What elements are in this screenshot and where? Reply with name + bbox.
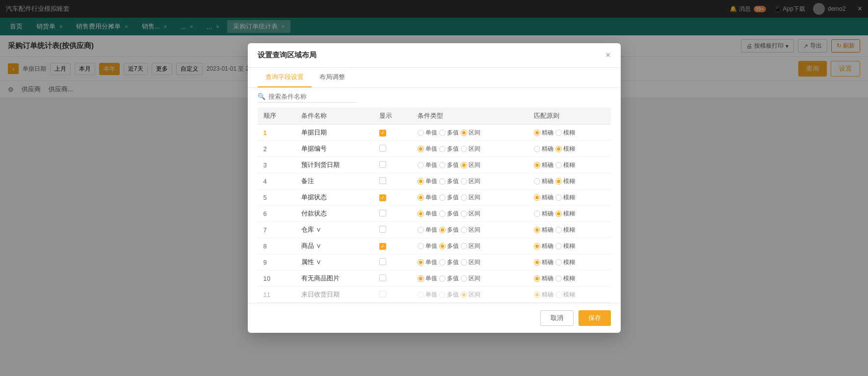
modal-close-button[interactable]: × (605, 50, 611, 60)
modal-tabs: 查询字段设置 布局调整 (248, 68, 621, 88)
modal-header: 设置查询区域布局 × (248, 43, 621, 68)
modal-title: 设置查询区域布局 (258, 51, 316, 60)
modal-dialog: 设置查询区域布局 × 查询字段设置 布局调整 🔍 顺序 (248, 43, 621, 98)
search-wrap: 🔍 (258, 93, 357, 98)
tab-layout-adjust[interactable]: 布局调整 (312, 68, 353, 87)
modal-overlay: 设置查询区域布局 × 查询字段设置 布局调整 🔍 顺序 (0, 0, 868, 98)
search-input[interactable] (268, 93, 357, 98)
search-icon: 🔍 (258, 93, 265, 98)
modal-search-area: 🔍 (248, 88, 621, 98)
tab-query-fields[interactable]: 查询字段设置 (258, 68, 312, 87)
